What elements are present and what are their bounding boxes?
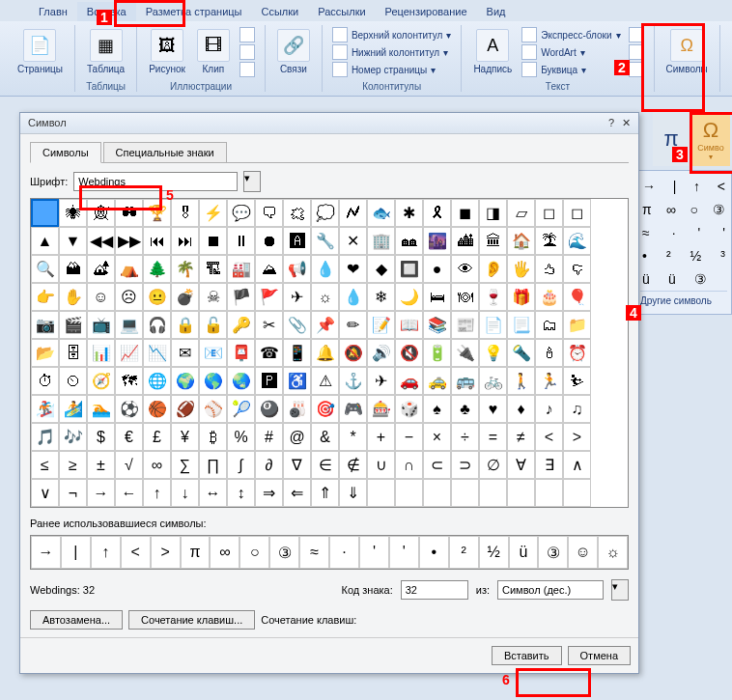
- symbol-cell[interactable]: 🏆: [143, 199, 171, 227]
- symbol-cell[interactable]: 🅿: [255, 367, 283, 395]
- symbol-cell[interactable]: ∧: [563, 451, 591, 479]
- symbol-cell[interactable]: 🗯: [283, 199, 311, 227]
- symbol-cell[interactable]: 🎧: [143, 311, 171, 339]
- symbol-cell[interactable]: ✏: [339, 311, 367, 339]
- recent-symbol[interactable]: •: [419, 536, 449, 569]
- symbol-cell[interactable]: ↑: [143, 479, 171, 507]
- symbol-cell[interactable]: 🌐: [143, 367, 171, 395]
- symbol-cell[interactable]: 🎖: [171, 199, 199, 227]
- symbol-cell[interactable]: 🚩: [255, 283, 283, 311]
- symbol-dropdown-button[interactable]: ΩСимво▾: [691, 112, 730, 166]
- clip-button[interactable]: 🎞Клип: [191, 25, 236, 79]
- font-dropdown[interactable]: ▾: [243, 171, 261, 192]
- symbol-cell[interactable]: 🖐: [507, 255, 535, 283]
- symbol-cell[interactable]: ↔: [199, 479, 227, 507]
- symbol-cell[interactable]: 💧: [311, 255, 339, 283]
- symbol-cell[interactable]: ←: [115, 479, 143, 507]
- symbol-cell[interactable]: 🚗: [395, 367, 423, 395]
- symbol-cell[interactable]: ↕: [227, 479, 255, 507]
- recent-symbol[interactable]: >: [151, 536, 181, 569]
- gallery-symbol[interactable]: ²: [666, 248, 671, 264]
- symbol-cell[interactable]: #: [255, 423, 283, 451]
- gallery-symbol[interactable]: <: [718, 179, 725, 194]
- symbol-cell[interactable]: ⊂: [423, 451, 451, 479]
- symbol-cell[interactable]: €: [115, 423, 143, 451]
- symbol-cell[interactable]: 🎾: [227, 395, 255, 423]
- symbol-cell[interactable]: 🔍: [31, 255, 59, 283]
- symbol-cell[interactable]: 📖: [395, 311, 423, 339]
- symbol-cell[interactable]: 🕸: [87, 199, 115, 227]
- symbol-cell[interactable]: 🏙: [451, 227, 479, 255]
- pages-button[interactable]: 📄Страницы: [12, 25, 69, 90]
- tab-special[interactable]: Специальные знаки: [103, 142, 227, 163]
- symbol-cell[interactable]: [395, 479, 423, 507]
- symbol-cell[interactable]: 🔧: [311, 227, 339, 255]
- symbol-cell[interactable]: *: [339, 423, 367, 451]
- symbol-cell[interactable]: 💭: [311, 199, 339, 227]
- symbol-cell[interactable]: 📰: [451, 311, 479, 339]
- symbol-cell[interactable]: 📮: [227, 339, 255, 367]
- symbol-cell[interactable]: 🌍: [171, 367, 199, 395]
- symbol-cell[interactable]: 🎯: [311, 395, 339, 423]
- symbol-cell[interactable]: 🏭: [227, 255, 255, 283]
- symbol-cell[interactable]: ⊃: [451, 451, 479, 479]
- symbol-cell[interactable]: ⏮: [143, 227, 171, 255]
- footer-item[interactable]: Нижний колонтитул▾: [332, 44, 452, 60]
- symbol-cell[interactable]: [367, 479, 395, 507]
- symbol-cell[interactable]: 📄: [479, 311, 507, 339]
- gallery-symbol[interactable]: ½: [690, 248, 702, 264]
- gallery-symbol[interactable]: ≈: [642, 225, 650, 240]
- dropcap-item[interactable]: Буквица▾: [521, 62, 620, 77]
- tab-view[interactable]: Вид: [477, 2, 516, 21]
- symbol-cell[interactable]: 📊: [87, 339, 115, 367]
- symbol-cell[interactable]: ♥: [479, 395, 507, 423]
- symbol-cell[interactable]: 🌎: [199, 367, 227, 395]
- symbol-cell[interactable]: 📌: [311, 311, 339, 339]
- obj-item[interactable]: [629, 62, 644, 77]
- symbol-cell[interactable]: 🎳: [283, 395, 311, 423]
- symbol-cell[interactable]: 🏃: [535, 367, 563, 395]
- sig-item[interactable]: [629, 27, 644, 42]
- symbol-cell[interactable]: ♦: [507, 395, 535, 423]
- symbol-cell[interactable]: −: [395, 423, 423, 451]
- symbol-cell[interactable]: ∂: [255, 451, 283, 479]
- symbol-cell[interactable]: 🏠: [507, 227, 535, 255]
- symbol-cell[interactable]: ⏰: [563, 339, 591, 367]
- symbol-cell[interactable]: 🎶: [59, 423, 87, 451]
- symbol-cell[interactable]: ◼: [451, 199, 479, 227]
- symbol-cell[interactable]: 🛏: [423, 283, 451, 311]
- gallery-symbol[interactable]: π: [642, 202, 652, 217]
- symbol-cell[interactable]: 💻: [115, 311, 143, 339]
- symbol-cell[interactable]: 📎: [283, 311, 311, 339]
- symbol-cell[interactable]: ⚡: [199, 199, 227, 227]
- symbol-cell[interactable]: 🚶: [507, 367, 535, 395]
- chart-item[interactable]: [239, 62, 255, 77]
- symbol-cell[interactable]: ⇐: [283, 479, 311, 507]
- shortcut-button[interactable]: Сочетание клавиш...: [128, 610, 255, 630]
- recent-symbol[interactable]: |: [61, 536, 91, 569]
- symbol-cell[interactable]: ∏: [199, 451, 227, 479]
- symbol-cell[interactable]: 📚: [423, 311, 451, 339]
- symbol-cell[interactable]: ◻: [563, 199, 591, 227]
- gallery-symbol[interactable]: ·: [672, 225, 676, 240]
- symbol-cell[interactable]: &: [311, 423, 339, 451]
- symbol-cell[interactable]: ≥: [59, 451, 87, 479]
- gallery-symbol[interactable]: •: [642, 248, 647, 264]
- recent-symbol[interactable]: ☺: [568, 536, 598, 569]
- symbol-cell[interactable]: 🎰: [367, 395, 395, 423]
- symbol-cell[interactable]: 🎲: [395, 395, 423, 423]
- recent-symbol[interactable]: ☼: [598, 536, 628, 569]
- symbol-cell[interactable]: ◆: [367, 255, 395, 283]
- symbol-cell[interactable]: ✈: [367, 367, 395, 395]
- tab-review[interactable]: Рецензирование: [376, 2, 477, 21]
- symbol-cell[interactable]: ∪: [367, 451, 395, 479]
- symbol-cell[interactable]: ∩: [395, 451, 423, 479]
- from-dropdown[interactable]: ▾: [611, 579, 629, 601]
- quickparts-item[interactable]: Экспресс-блоки▾: [521, 27, 620, 42]
- gallery-symbol[interactable]: →: [642, 179, 656, 194]
- recent-symbol[interactable]: ↑: [91, 536, 121, 569]
- symbol-cell[interactable]: 🏕: [87, 255, 115, 283]
- links-button[interactable]: 🔗Связи: [271, 25, 316, 90]
- symbol-cell[interactable]: ⚾: [199, 395, 227, 423]
- symbol-cell[interactable]: 🏢: [367, 227, 395, 255]
